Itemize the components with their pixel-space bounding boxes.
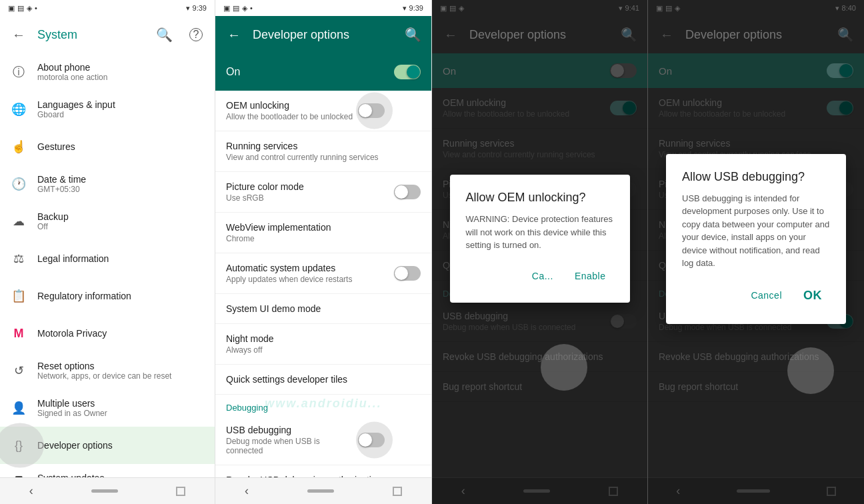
- backup-icon: ☁: [11, 213, 27, 229]
- regulatory-icon: 📋: [11, 288, 27, 304]
- sidebar-item-privacy[interactable]: M Motorola Privacy: [0, 315, 215, 352]
- search-icon-2: 🔍: [405, 27, 421, 43]
- auto-updates-row[interactable]: Automatic system updates Apply updates w…: [215, 253, 431, 294]
- sidebar-item-regulatory[interactable]: 📋 Regulatory information: [0, 277, 215, 315]
- app-bar-system: ← System 🔍 ?: [0, 16, 215, 53]
- oem-dialog-overlay: Allow OEM unlocking? WARNING: Device pro…: [432, 0, 647, 504]
- sidebar-item-developer[interactable]: {} Developer options: [0, 427, 215, 464]
- debugging-header-1: Debugging: [215, 395, 431, 415]
- nav-home-2[interactable]: [307, 489, 334, 493]
- auto-updates-sub: Apply updates when device restarts: [226, 275, 352, 284]
- oem-dialog-body: WARNING: Device protection features will…: [466, 213, 614, 252]
- sidebar-label-users: Multiple users: [37, 398, 204, 409]
- picture-color-row[interactable]: Picture color mode Use sRGB: [215, 172, 431, 213]
- system-ui-demo-row[interactable]: System UI demo mode: [215, 294, 431, 324]
- users-icon: 👤: [11, 400, 27, 416]
- search-button-1[interactable]: 🔍: [151, 21, 177, 48]
- nav-back-1[interactable]: ‹: [29, 484, 33, 498]
- running-services-row[interactable]: Running services View and control curren…: [215, 131, 431, 172]
- oem-enable-button[interactable]: Enable: [567, 265, 614, 287]
- usb-toggle[interactable]: [358, 433, 385, 447]
- auto-updates-toggle[interactable]: [394, 266, 421, 281]
- developer-options-panel-3: ▣ ▤ ◈ ▾ 8:40 ← Developer options 🔍 On OE…: [648, 0, 864, 504]
- usb-debug-label: USB debugging: [226, 425, 358, 435]
- back-button-2[interactable]: ←: [221, 21, 247, 48]
- search-button-2[interactable]: 🔍: [399, 21, 426, 48]
- sidebar-item-about[interactable]: ⓘ About phone motorola one action: [0, 53, 215, 91]
- night-mode-row[interactable]: Night mode Always off: [215, 324, 431, 365]
- sidebar-item-legal[interactable]: ⚖ Legal information: [0, 240, 215, 277]
- usb-debugging-row[interactable]: USB debugging Debug mode when USB is con…: [215, 415, 431, 465]
- oem-dialog-title: Allow OEM unlocking?: [466, 191, 614, 205]
- usb-cancel-button[interactable]: Cancel: [743, 283, 790, 308]
- sidebar-item-datetime[interactable]: 🕐 Date & time GMT+05:30: [0, 165, 215, 203]
- system-icons-1: ▾ 9:39: [186, 4, 207, 13]
- oem-dialog-actions: Ca... Enable: [466, 265, 614, 287]
- system-settings-panel: ▣ ▤ ◈ • ▾ 9:39 ← System 🔍 ? ⓘ About phon…: [0, 0, 215, 504]
- oem-toggle-knob: [359, 104, 372, 117]
- status-bar-1: ▣ ▤ ◈ • ▾ 9:39: [0, 0, 215, 16]
- auto-updates-label: Automatic system updates: [226, 263, 352, 273]
- nav-recents-1[interactable]: [176, 487, 185, 496]
- on-toggle-row-1[interactable]: On: [215, 53, 431, 91]
- picture-color-label: Picture color mode: [226, 181, 304, 192]
- notif-2-1: ▣: [223, 4, 230, 13]
- notif-2-3: ◈: [242, 4, 247, 13]
- clock-icon: 🕐: [11, 176, 27, 192]
- revoke-usb-row[interactable]: Revoke USB debugging authorizations: [215, 465, 431, 477]
- enable-btn-highlight: [541, 344, 587, 391]
- webview-row[interactable]: WebView implementation Chrome: [215, 213, 431, 253]
- usb-ok-button[interactable]: OK: [795, 283, 830, 308]
- sidebar-item-backup[interactable]: ☁ Backup Off: [0, 203, 215, 240]
- dev-settings-list-1: OEM unlocking Allow the bootloader to be…: [215, 91, 431, 477]
- sidebar-list: ⓘ About phone motorola one action 🌐 Lang…: [0, 53, 215, 477]
- oem-toggle[interactable]: [358, 103, 385, 118]
- sidebar-sub-backup: Off: [37, 222, 204, 231]
- sidebar-label-developer: Developer options: [37, 440, 204, 451]
- notif-icons-2: ▣ ▤ ◈ •: [223, 4, 253, 13]
- app-bar-developer-1: ← Developer options 🔍: [215, 16, 431, 53]
- picture-color-knob: [395, 185, 408, 199]
- info-icon: ⓘ: [11, 64, 27, 80]
- running-services-label: Running services: [226, 141, 421, 151]
- notif-icon-2: ▤: [17, 4, 24, 13]
- usb-dialog-title: Allow USB debugging?: [682, 170, 830, 184]
- nav-recents-2[interactable]: [393, 487, 402, 496]
- page-title-developer-1: Developer options: [253, 28, 394, 42]
- time-display-1: 9:39: [193, 4, 207, 12]
- notif-2-4: •: [250, 4, 253, 12]
- notif-icon-3: ◈: [27, 4, 32, 13]
- wifi-icon: ▾: [186, 4, 190, 13]
- sidebar-sub-datetime: GMT+05:30: [37, 185, 204, 194]
- on-toggle-1[interactable]: [394, 65, 421, 79]
- sidebar-sub-users: Signed in as Owner: [37, 409, 204, 418]
- developer-icon: {}: [11, 437, 27, 453]
- legal-icon: ⚖: [11, 251, 27, 267]
- sidebar-item-languages[interactable]: 🌐 Languages & input Gboard: [0, 91, 215, 128]
- sidebar-label-backup: Backup: [37, 211, 204, 222]
- revoke-usb-label: Revoke USB debugging authorizations: [226, 475, 421, 477]
- usb-dialog-overlay: Allow USB debugging? USB debugging is in…: [648, 0, 864, 504]
- oem-sub: Allow the bootloader to be unlocked: [226, 112, 353, 121]
- sidebar-item-reset[interactable]: ↺ Reset options Network, apps, or device…: [0, 352, 215, 389]
- developer-options-panel-2: ▣ ▤ ◈ ▾ 9:41 ← Developer options 🔍 On OE…: [432, 0, 648, 504]
- notification-icons: ▣ ▤ ◈ •: [8, 4, 37, 13]
- oem-cancel-button[interactable]: Ca...: [524, 265, 561, 287]
- sidebar-item-updates[interactable]: 📱 System updates Updated to Android 9: [0, 464, 215, 477]
- nav-home-1[interactable]: [91, 489, 118, 493]
- reset-icon: ↺: [11, 363, 27, 379]
- quick-settings-row[interactable]: Quick settings developer tiles: [215, 365, 431, 395]
- oem-unlocking-row[interactable]: OEM unlocking Allow the bootloader to be…: [215, 91, 431, 131]
- running-services-sub: View and control currently running servi…: [226, 153, 421, 162]
- time-display-2: 9:39: [409, 4, 423, 12]
- back-icon-2: ←: [227, 27, 241, 43]
- help-button[interactable]: ?: [183, 21, 209, 48]
- gestures-icon: ☝: [11, 139, 27, 155]
- page-title-system: System: [37, 28, 145, 42]
- sidebar-item-gestures[interactable]: ☝ Gestures: [0, 128, 215, 165]
- sidebar-item-users[interactable]: 👤 Multiple users Signed in as Owner: [0, 389, 215, 427]
- back-button-1[interactable]: ←: [5, 21, 32, 48]
- usb-debug-dialog: Allow USB debugging? USB debugging is in…: [666, 154, 846, 324]
- nav-back-2[interactable]: ‹: [245, 484, 249, 498]
- picture-color-toggle[interactable]: [394, 185, 421, 199]
